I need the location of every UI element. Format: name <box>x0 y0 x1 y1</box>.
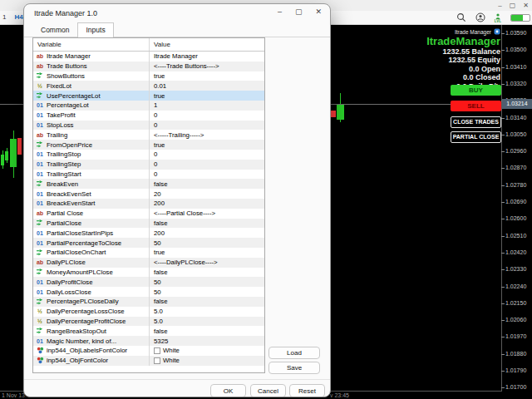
dialog-close-icon[interactable]: ✕ <box>315 7 322 16</box>
param-value-cell[interactable]: <----DailyPLClose----> <box>150 258 264 268</box>
param-value-cell[interactable]: <----Partial Close----> <box>150 209 264 219</box>
table-row[interactable]: abDailyPLClose<----DailyPLClose----> <box>33 258 264 268</box>
table-row[interactable]: abTrailing<-----Trailing-----> <box>33 130 264 140</box>
table-row[interactable]: ½DailyPercentageProfitClose5.0 <box>33 317 264 327</box>
table-row[interactable]: 01TrailingStart0 <box>33 170 264 180</box>
param-value-cell[interactable]: false <box>150 219 264 229</box>
table-row[interactable]: PercentagePLCloseDailyfalse <box>33 297 264 307</box>
table-row[interactable]: 01DailyLossClose50 <box>33 287 264 297</box>
table-row[interactable]: 01BreackEvenStart200 <box>33 199 264 209</box>
table-row[interactable]: inp544_ObjLabelsFontColorWhite <box>33 346 264 356</box>
save-button[interactable]: Save <box>268 362 320 374</box>
table-row[interactable]: abItrade ManagerItrade Manager <box>33 52 264 62</box>
param-value-cell[interactable]: 50 <box>150 287 264 297</box>
param-value-cell[interactable]: 200 <box>150 199 264 209</box>
minimize-icon[interactable]: – <box>498 0 501 11</box>
param-value-cell[interactable]: 0 <box>150 111 264 121</box>
partial-close-button[interactable]: PARTIAL CLOSE <box>451 131 501 143</box>
table-row[interactable]: PartialCloseOnCharttrue <box>33 248 264 258</box>
param-value-cell[interactable]: true <box>150 91 264 101</box>
param-value-cell[interactable]: <----Trade Buttons----> <box>150 62 264 71</box>
table-row[interactable]: BreakEvenfalse <box>33 179 264 189</box>
table-row[interactable]: UsePercentageLottrue <box>33 91 264 101</box>
color-swatch[interactable] <box>154 347 160 354</box>
param-value-cell[interactable]: true <box>150 71 264 81</box>
table-row[interactable]: 01PercentageLot1 <box>33 101 264 111</box>
param-name: MoneyAmountPLClose <box>47 268 113 276</box>
dialog-minimize-icon[interactable]: – <box>278 7 282 16</box>
tab-common[interactable]: Common <box>32 22 77 37</box>
table-row[interactable]: 01TrailingStep0 <box>33 160 264 170</box>
table-row[interactable]: MoneyAmountPLClosefalse <box>33 268 264 278</box>
table-row[interactable]: abPartial Close<----Partial Close----> <box>33 209 264 219</box>
dialog-titlebar[interactable]: Itrade Manager 1.0 – ▢ ✕ <box>24 4 330 22</box>
search-icon[interactable] <box>456 11 466 26</box>
param-value-cell[interactable]: false <box>150 297 264 307</box>
table-row[interactable]: 01PartialCloseStartInPips200 <box>33 228 264 238</box>
double-type-icon: ½ <box>36 308 44 314</box>
color-swatch[interactable] <box>154 357 160 364</box>
param-value-cell[interactable]: White <box>150 356 264 366</box>
param-name-cell: 01PartialPercentageToClose <box>33 238 150 248</box>
level-indicator-icon[interactable]: LVL <box>495 13 501 23</box>
param-value-cell[interactable]: 50 <box>150 238 264 248</box>
param-value-cell[interactable]: 1 <box>150 101 264 111</box>
table-row[interactable]: 01TrailingStop0 <box>33 150 264 160</box>
table-row[interactable]: 01Magic Number, kind of...5325 <box>33 336 264 346</box>
param-value-cell[interactable]: 20 <box>150 189 264 199</box>
table-row[interactable]: ½FixedLot0.01 <box>33 81 264 91</box>
param-table[interactable]: Variable Value abItrade ManagerItrade Ma… <box>32 37 265 373</box>
table-row[interactable]: FromOpenPricetrue <box>33 140 264 150</box>
param-value-cell[interactable]: 5325 <box>150 336 264 346</box>
reset-button[interactable]: Reset <box>289 384 325 397</box>
param-value-cell[interactable]: true <box>150 140 264 150</box>
param-name-cell: 01TrailingStep <box>33 160 150 170</box>
param-value-cell[interactable]: 0 <box>150 170 264 180</box>
param-value-cell[interactable]: <-----Trailing-----> <box>150 130 264 140</box>
column-header-variable[interactable]: Variable <box>33 38 150 51</box>
dialog-maximize-icon[interactable]: ▢ <box>295 7 303 16</box>
inputs-dialog: Itrade Manager 1.0 – ▢ ✕ Common Inputs V… <box>23 3 331 397</box>
param-value-cell[interactable]: White <box>150 346 264 356</box>
param-value-cell[interactable]: 200 <box>150 228 264 238</box>
param-value-cell[interactable]: true <box>150 248 264 258</box>
param-value-cell[interactable]: false <box>150 268 264 278</box>
param-value-cell[interactable]: 0.01 <box>150 81 264 91</box>
timeframe-h4-button[interactable]: H4 <box>14 13 22 21</box>
table-row[interactable]: 01StopLoss0 <box>33 121 264 131</box>
close-icon[interactable]: ✕ <box>523 0 529 11</box>
table-row[interactable]: RangeBreakStopOutfalse <box>33 326 264 336</box>
maximize-icon[interactable]: ▢ <box>510 0 516 11</box>
ok-button[interactable]: OK <box>210 384 246 397</box>
timeframe-button[interactable]: 1 <box>2 13 6 21</box>
table-row[interactable]: inp544_ObjFontColorWhite <box>33 356 264 366</box>
load-button[interactable]: Load <box>268 347 320 359</box>
table-row[interactable]: ShowButtonstrue <box>33 71 264 81</box>
param-value-cell[interactable]: 50 <box>150 277 264 287</box>
param-value-cell[interactable]: 0 <box>150 121 264 131</box>
param-value-cell[interactable]: 0 <box>150 160 264 170</box>
cancel-button[interactable]: Cancel <box>250 384 286 397</box>
param-value-cell[interactable]: 5.0 <box>150 317 264 327</box>
param-value-cell[interactable]: Itrade Manager <box>150 52 264 62</box>
param-value-cell[interactable]: 5.0 <box>150 307 264 317</box>
table-row[interactable]: PartialClosefalse <box>33 219 264 229</box>
param-value-cell[interactable]: 0 <box>150 150 264 160</box>
account-icon[interactable] <box>475 11 485 26</box>
price-tick <box>501 84 505 85</box>
table-row[interactable]: 01BreackEvenSet20 <box>33 189 264 199</box>
column-header-value[interactable]: Value <box>150 38 264 51</box>
table-row[interactable]: ½DailyPercentageLossClose5.0 <box>33 307 264 317</box>
table-row[interactable]: 01PartialPercentageToClose50 <box>33 238 264 248</box>
param-name-cell: abPartial Close <box>33 209 150 219</box>
sell-button[interactable]: SELL <box>451 101 501 111</box>
tab-inputs[interactable]: Inputs <box>77 22 113 37</box>
table-row[interactable]: 01TakeProfit0 <box>33 111 264 121</box>
table-row[interactable]: abTrade Buttons<----Trade Buttons----> <box>33 62 264 71</box>
table-row[interactable]: 01DailyProfitClose50 <box>33 277 264 287</box>
param-value: false <box>154 328 167 335</box>
param-value-cell[interactable]: false <box>150 179 264 189</box>
buy-button[interactable]: BUY <box>451 85 501 96</box>
param-value-cell[interactable]: false <box>150 326 264 336</box>
close-trades-button[interactable]: CLOSE TRADES <box>451 116 501 128</box>
